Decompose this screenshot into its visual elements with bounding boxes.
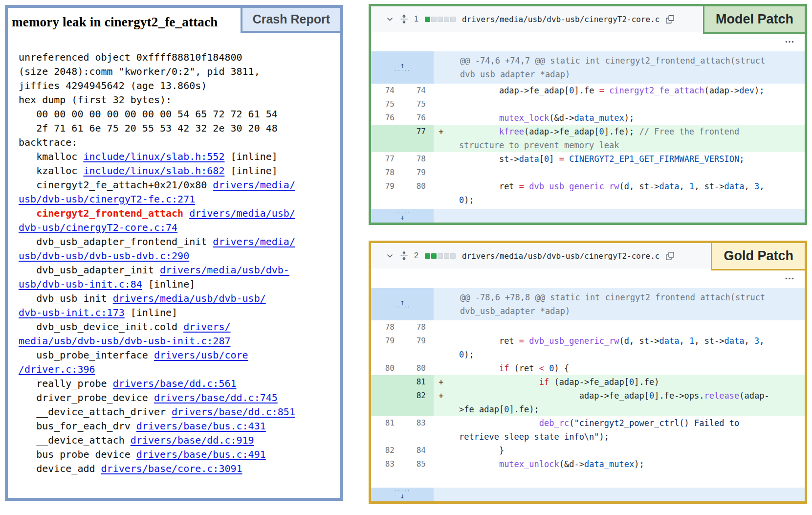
diff-context-line: 7878 [371, 320, 805, 334]
new-line-number[interactable]: 82 [402, 389, 434, 416]
source-link[interactable]: dvb-usb-init.c:173 [19, 307, 125, 318]
crash-report-panel: Crash Report memory leak in cinergyt2_fe… [5, 5, 343, 501]
source-link[interactable]: drivers/media/ [213, 236, 295, 247]
new-line-number[interactable]: 74 [402, 84, 434, 97]
drag-handle-icon[interactable] [400, 251, 408, 261]
diff-table: ↑·····@@ -74,6 +74,7 @@ static int ciner… [371, 51, 805, 223]
source-link[interactable]: drivers/base/bus.c:491 [136, 448, 266, 460]
old-line-number[interactable]: 75 [371, 97, 402, 111]
code-text: adap->fe_adap[0].fe->ops.release(adap->f… [453, 389, 805, 416]
source-link[interactable]: include/linux/slab.h:552 [83, 151, 224, 162]
kebab-menu-icon[interactable] [785, 41, 794, 43]
crash-text: dvb_usb_device_init.cold [19, 321, 183, 333]
crash-text: [inline] [224, 151, 277, 162]
crash-text: kmalloc [19, 151, 83, 162]
new-line-number[interactable]: 79 [402, 166, 434, 179]
new-line-number[interactable]: 78 [402, 152, 434, 166]
hunk-header-text: @@ -78,6 +78,8 @@ static int cinergyt2_f… [434, 288, 805, 320]
expand-up-button[interactable]: ↑····· [371, 288, 434, 320]
drag-handle-icon[interactable] [400, 14, 408, 24]
crash-text: dvb_usb_init [19, 292, 113, 304]
old-line-number[interactable]: 79 [371, 179, 402, 207]
file-path: drivers/media/usb/dvb-usb/cinergyT2-core… [462, 251, 660, 261]
old-line-number[interactable]: 79 [371, 334, 402, 361]
crash-line: dvb_usb_adapter_frontend_init drivers/me… [19, 235, 336, 249]
source-link[interactable]: usb/dvb-usb/dvb-usb-dvb.c:290 [19, 250, 189, 262]
code-text: deb_rc("cinergyt2_power_ctrl() Failed to… [453, 416, 805, 444]
crash-line: usb/dvb-usb/cinergyT2-fe.c:271 [19, 192, 336, 206]
file-actions-row [371, 32, 805, 51]
source-link[interactable]: drivers/media/ [213, 179, 295, 191]
new-line-number[interactable]: 77 [402, 125, 434, 152]
source-link[interactable]: drivers/base/dd.c:919 [131, 434, 254, 446]
crash-line: media/usb/dvb-usb/dvb-usb-init.c:287 [19, 334, 336, 348]
code-text: mutex_unlock(&d->data_mutex); [453, 457, 805, 471]
old-line-number[interactable] [371, 375, 402, 389]
source-link[interactable]: drivers/usb/core [154, 349, 248, 361]
diff-marker: + [434, 125, 453, 152]
code-text [453, 320, 805, 334]
source-link[interactable]: drivers/base/dd.c:745 [154, 392, 278, 403]
kebab-menu-icon[interactable] [785, 277, 794, 280]
source-link[interactable]: drivers/base/core.c:3091 [101, 463, 242, 474]
expand-down-button[interactable]: ·····↓ [371, 209, 434, 223]
diff-marker [434, 416, 453, 444]
copy-icon[interactable] [666, 252, 674, 260]
source-link[interactable]: drivers/ [183, 321, 230, 333]
copy-icon[interactable] [666, 15, 674, 23]
crash-text: hex dump (first 32 bytes): [19, 94, 172, 106]
old-line-number[interactable]: 78 [371, 166, 402, 179]
new-line-number[interactable]: 80 [402, 179, 434, 207]
crash-text: [inline] [224, 165, 277, 177]
crash-text: jiffies 4294945642 (age 13.860s) [19, 80, 207, 91]
crash-line: driver_probe_device drivers/base/dd.c:74… [19, 391, 336, 405]
crash-line: unreferenced object 0xffff88810f184800 [19, 50, 336, 65]
expand-down-button[interactable]: ·····↓ [371, 488, 434, 501]
crash-text: really_probe [19, 378, 113, 389]
new-line-number[interactable]: 84 [402, 444, 434, 457]
diffstat-added-square [431, 253, 437, 259]
source-link[interactable]: drivers/media/usb/dvb-usb/ [113, 292, 266, 304]
new-line-number[interactable]: 78 [402, 320, 434, 334]
crash-line: cinergyt2_frontend_attach drivers/media/… [19, 206, 336, 221]
expand-up-button[interactable]: ↑····· [371, 51, 434, 84]
old-line-number[interactable]: 74 [371, 84, 402, 97]
old-line-number[interactable]: 78 [371, 320, 402, 334]
old-line-number[interactable] [371, 389, 402, 416]
old-line-number[interactable]: 82 [371, 444, 402, 457]
new-line-number[interactable]: 76 [402, 111, 434, 125]
source-link[interactable]: /driver.c:396 [19, 363, 95, 375]
chevron-down-icon[interactable] [386, 15, 394, 23]
old-line-number[interactable]: 80 [371, 361, 402, 375]
source-link[interactable]: drivers/media/usb/dvb- [160, 264, 289, 276]
source-link[interactable]: drivers/media/usb/ [189, 207, 295, 219]
diff-context-line: 7979 ret = dvb_usb_generic_rw(d, st->dat… [371, 334, 805, 361]
source-link[interactable]: include/linux/slab.h:682 [83, 165, 224, 177]
code-text [453, 97, 805, 111]
error-function-text: cinergyt2_frontend_attach [19, 207, 183, 219]
source-link[interactable]: media/usb/dvb-usb/dvb-usb-init.c:287 [19, 335, 230, 347]
new-line-number[interactable]: 80 [402, 361, 434, 375]
old-line-number[interactable]: 76 [371, 111, 402, 125]
diff-context-line: 7778 st->data[0] = CINERGYT2_EP1_GET_FIR… [371, 152, 805, 166]
diff-context-line: 7980 ret = dvb_usb_generic_rw(d, st->dat… [371, 179, 805, 207]
source-link[interactable]: usb/dvb-usb/cinergyT2-fe.c:271 [19, 193, 195, 205]
old-line-number[interactable]: 83 [371, 457, 402, 471]
source-link[interactable]: usb/dvb-usb-init.c:84 [19, 278, 142, 290]
new-line-number[interactable]: 85 [402, 457, 434, 471]
new-line-number[interactable]: 81 [402, 375, 434, 389]
old-line-number[interactable] [371, 125, 402, 152]
diff-context-line: 7676 mutex_lock(&d->data_mutex); [371, 111, 805, 125]
old-line-number[interactable]: 81 [371, 416, 402, 444]
source-link[interactable]: drivers/base/dd.c:561 [113, 378, 237, 389]
new-line-number[interactable]: 83 [402, 416, 434, 444]
source-link[interactable]: drivers/base/bus.c:431 [136, 420, 266, 432]
new-line-number[interactable]: 75 [402, 97, 434, 111]
source-link[interactable]: dvb-usb/cinergyT2-core.c:74 [19, 222, 177, 233]
crash-line: dvb-usb-init.c:173 [inline] [19, 306, 336, 320]
new-line-number[interactable]: 79 [402, 334, 434, 361]
chevron-down-icon[interactable] [386, 252, 394, 260]
old-line-number[interactable]: 77 [371, 152, 402, 166]
source-link[interactable]: drivers/base/dd.c:851 [172, 406, 295, 418]
crash-line: backtrace: [19, 135, 336, 150]
